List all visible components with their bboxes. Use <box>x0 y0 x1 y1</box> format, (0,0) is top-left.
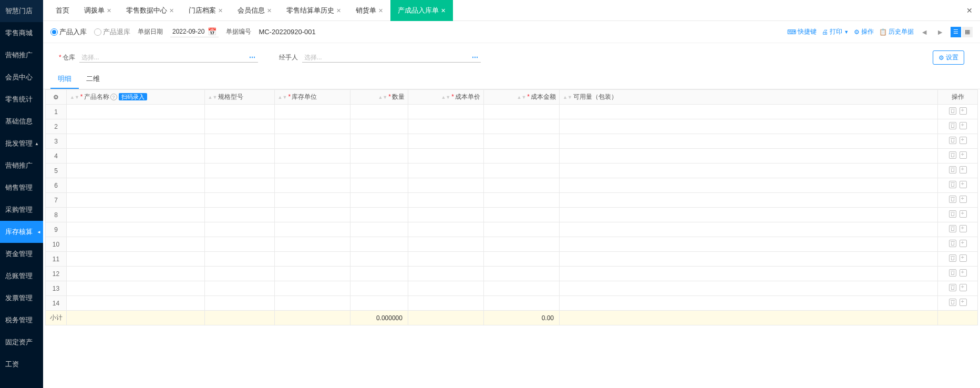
add-row-icon[interactable] <box>960 196 967 203</box>
delete-row-icon[interactable] <box>949 225 956 232</box>
table-row[interactable]: 6 <box>46 178 978 193</box>
subtab-detail[interactable]: 明细 <box>50 70 79 89</box>
tab-close-icon[interactable]: ✕ <box>441 0 446 21</box>
sidebar-item[interactable]: 税务管理 <box>0 309 43 331</box>
table-row[interactable]: 13 <box>46 281 978 296</box>
tab[interactable]: 门店档案✕ <box>181 0 230 21</box>
add-row-icon[interactable] <box>960 254 967 262</box>
delete-row-icon[interactable] <box>949 181 956 188</box>
sidebar-item[interactable]: 零售统计 <box>0 88 43 110</box>
table-row[interactable]: 12 <box>46 267 978 281</box>
add-row-icon[interactable] <box>960 210 967 218</box>
ops-button[interactable]: ⚙ 操作 <box>854 27 874 36</box>
add-row-icon[interactable] <box>960 166 967 173</box>
add-row-icon[interactable] <box>960 299 967 306</box>
delete-row-icon[interactable] <box>949 210 956 218</box>
sidebar-item[interactable]: 库存核算 <box>0 221 43 243</box>
table-row[interactable]: 8 <box>46 208 978 222</box>
delete-row-icon[interactable] <box>949 284 956 291</box>
view-list-icon[interactable]: ☰ <box>951 27 961 37</box>
sidebar-item[interactable]: 固定资产 <box>0 331 43 353</box>
nav-prev-icon[interactable]: ◄ <box>919 28 930 36</box>
date-input[interactable]: 2022-09-20 📅 <box>170 26 219 37</box>
tab-close-icon[interactable]: ✕ <box>378 0 383 21</box>
tab[interactable]: 调拨单✕ <box>77 0 119 21</box>
shortcut-button[interactable]: ⌨ 快捷键 <box>787 27 817 36</box>
delete-row-icon[interactable] <box>949 151 956 159</box>
sidebar-item[interactable]: 智慧门店 <box>0 0 43 22</box>
lookup-icon[interactable]: ⋯ <box>472 54 479 61</box>
add-row-icon[interactable] <box>960 151 967 159</box>
sidebar-item[interactable]: 基础信息 <box>0 110 43 132</box>
delete-row-icon[interactable] <box>949 166 956 173</box>
add-row-icon[interactable] <box>960 284 967 291</box>
history-button[interactable]: 📋 历史单据 <box>879 27 914 36</box>
add-row-icon[interactable] <box>960 181 967 188</box>
delete-row-icon[interactable] <box>949 269 956 277</box>
clerk-select[interactable]: ⋯ <box>302 53 481 63</box>
col-gear[interactable]: ⚙ <box>46 90 67 105</box>
tab[interactable]: 产成品入库单✕ <box>390 0 453 21</box>
settings-button[interactable]: ⚙ 设置 <box>933 50 964 65</box>
col-avail[interactable]: ▲▼可用量（包装） <box>560 90 938 105</box>
tab-close-icon[interactable]: ✕ <box>107 0 111 21</box>
radio-product-out[interactable]: 产品退库 <box>94 27 130 37</box>
scan-badge[interactable]: 扫码录入 <box>119 93 147 100</box>
table-row[interactable]: 10 <box>46 237 978 252</box>
radio-product-in[interactable]: 产品入库 <box>50 27 87 37</box>
col-qty[interactable]: ▲▼*数量 <box>350 90 408 105</box>
close-all-icon[interactable]: ✕ <box>959 6 980 15</box>
table-row[interactable]: 14 <box>46 296 978 311</box>
sidebar-item[interactable]: 销售管理 <box>0 177 43 199</box>
delete-row-icon[interactable] <box>949 196 956 203</box>
nav-next-icon[interactable]: ► <box>935 28 945 36</box>
table-row[interactable]: 9 <box>46 222 978 237</box>
tab-close-icon[interactable]: ✕ <box>218 0 223 21</box>
calendar-icon[interactable]: 📅 <box>208 27 216 36</box>
tab[interactable]: 首页 <box>48 0 77 21</box>
tab-close-icon[interactable]: ✕ <box>267 0 272 21</box>
col-product[interactable]: ▲▼*产品名称?扫码录入 <box>67 90 205 105</box>
sidebar-item[interactable]: 营销推广 <box>0 44 43 66</box>
table-row[interactable]: 1 <box>46 105 978 119</box>
table-row[interactable]: 11 <box>46 252 978 267</box>
col-spec[interactable]: ▲▼规格型号 <box>204 90 274 105</box>
sidebar-item[interactable]: 资金管理 <box>0 243 43 265</box>
table-row[interactable]: 4 <box>46 149 978 164</box>
sidebar-item[interactable]: 批发管理 <box>0 132 43 155</box>
add-row-icon[interactable] <box>960 269 967 277</box>
warehouse-select[interactable]: ⋯ <box>79 53 258 63</box>
delete-row-icon[interactable] <box>949 107 956 115</box>
delete-row-icon[interactable] <box>949 240 956 247</box>
col-amount[interactable]: ▲▼*成本金额 <box>483 90 559 105</box>
add-row-icon[interactable] <box>960 137 967 144</box>
tab[interactable]: 零售结算单历史✕ <box>279 0 348 21</box>
col-price[interactable]: ▲▼*成本单价 <box>408 90 483 105</box>
table-row[interactable]: 7 <box>46 193 978 208</box>
tab-close-icon[interactable]: ✕ <box>336 0 341 21</box>
sidebar-item[interactable]: 会员中心 <box>0 66 43 88</box>
tab[interactable]: 零售数据中心✕ <box>119 0 181 21</box>
help-icon[interactable]: ? <box>110 94 117 100</box>
add-row-icon[interactable] <box>960 225 967 232</box>
col-unit[interactable]: ▲▼*库存单位 <box>274 90 350 105</box>
sidebar-item[interactable]: 总账管理 <box>0 265 43 287</box>
delete-row-icon[interactable] <box>949 137 956 144</box>
lookup-icon[interactable]: ⋯ <box>249 54 256 61</box>
delete-row-icon[interactable] <box>949 254 956 262</box>
add-row-icon[interactable] <box>960 107 967 115</box>
sidebar-item[interactable]: 采购管理 <box>0 199 43 221</box>
table-row[interactable]: 5 <box>46 164 978 178</box>
tab-close-icon[interactable]: ✕ <box>169 0 174 21</box>
view-grid-icon[interactable]: ▦ <box>962 27 973 37</box>
table-row[interactable]: 2 <box>46 119 978 134</box>
add-row-icon[interactable] <box>960 122 967 129</box>
tab[interactable]: 会员信息✕ <box>230 0 279 21</box>
print-button[interactable]: 🖨 打印 ▼ <box>822 27 849 36</box>
add-row-icon[interactable] <box>960 240 967 247</box>
sidebar-item[interactable]: 零售商城 <box>0 22 43 44</box>
sidebar-item[interactable]: 营销推广 <box>0 155 43 177</box>
sidebar-item[interactable]: 发票管理 <box>0 287 43 309</box>
delete-row-icon[interactable] <box>949 122 956 129</box>
table-row[interactable]: 3 <box>46 134 978 149</box>
